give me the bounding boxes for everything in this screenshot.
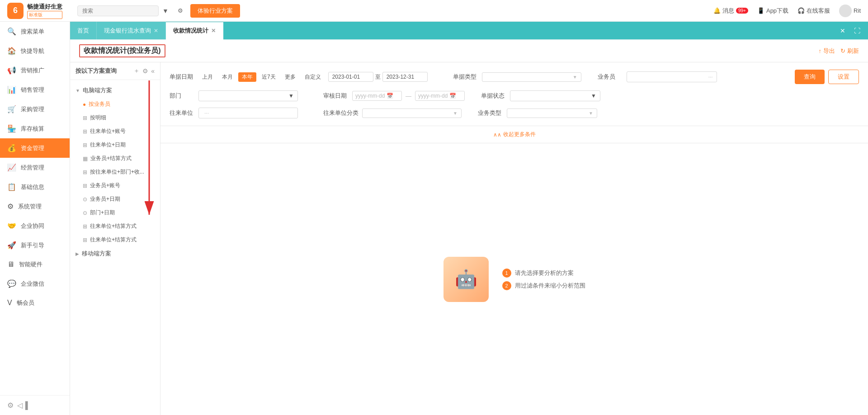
scheme-item-1[interactable]: ⊞ 按明细 [77,111,158,124]
header-settings-icon[interactable]: ⚙ [178,7,183,14]
collapse-left-panel-button[interactable]: « [151,67,155,75]
tab-bank-flow-label: 现金银行流水查询 [104,27,151,35]
query-button[interactable]: 查询 [795,70,825,84]
header-search-input[interactable] [77,5,159,16]
sidebar-item-enterprise[interactable]: 🤝 企业协同 [0,216,70,236]
user-item[interactable]: Rit [839,5,861,17]
date-tab-more[interactable]: 更多 [281,72,299,82]
smart-hardware-icon: 🖥 [7,260,14,269]
wechat-icon: 💬 [7,279,16,288]
tab-bank-flow[interactable]: 现金银行流水查询 ✕ [97,22,166,40]
basic-info-icon: 📋 [7,183,16,191]
sidebar-label-smart-hardware: 智能硬件 [19,260,42,269]
search-dropdown-icon[interactable]: ▼ [162,7,169,14]
dept-arrow-icon: ▼ [288,93,294,99]
sidebar-item-sales[interactable]: 📊 销售管理 [0,80,70,99]
refresh-button[interactable]: ↻ 刷新 [840,47,859,55]
sidebar-label-marketing: 营销推广 [21,66,44,75]
scheme-item-10[interactable]: ⊞ 往来单位+结算方式 [77,233,158,246]
scheme-item-label-6: 业务员+账号 [90,182,120,189]
enterprise-icon: 🤝 [7,222,16,230]
date-tab-this-month[interactable]: 本月 [218,72,236,82]
audit-date-range: yyyy-mm-dd 📅 — yyyy-mm-dd 📅 [352,91,465,101]
scheme-item-9[interactable]: ⊞ 往来单位+结算方式 [77,220,158,233]
date-end-input[interactable] [382,72,428,82]
scheme-group-desktop-header[interactable]: ▼ 电脑端方案 [70,84,160,97]
scheme-item-label-1: 按明细 [90,114,106,122]
sidebar-item-operations[interactable]: 📈 经营管理 [0,158,70,177]
settings-button[interactable]: 设置 [828,70,859,84]
sidebar-item-warehouse[interactable]: 🏪 库存核算 [0,119,70,138]
scheme-item-4[interactable]: ▦ 业务员+结算方式 [77,152,158,165]
export-button[interactable]: ↑ 导出 [819,47,835,55]
partner-input[interactable]: ··· [198,108,298,118]
tab-payment-stats[interactable]: 收款情况统计 ✕ [166,22,223,40]
trial-button[interactable]: 体验行业方案 [190,4,240,18]
mobile-group-arrow-icon: ▶ [75,251,79,256]
tab-home[interactable]: 首页 [70,22,97,40]
tab-payment-stats-close-icon[interactable]: ✕ [211,28,216,34]
salesperson-label: 业务员 [598,73,623,81]
headset-icon: 🎧 [797,7,805,14]
scheme-item-label-0: 按业务员 [89,100,110,108]
date-tab-this-year[interactable]: 本年 [238,72,256,82]
partner-category-select[interactable]: ▼ [362,108,462,118]
sidebar-item-search-menu[interactable]: 🔍 搜索菜单 [0,22,70,41]
collapse-sidebar-icon[interactable]: ◁▐ [17,401,28,410]
scheme-list-desktop: ● 按业务员 ⊞ 按明细 ⊞ 往来单位+账号 [70,98,160,246]
sidebar-item-wechat[interactable]: 💬 企业微信 [0,274,70,293]
messages-item[interactable]: 🔔 消息 99+ [713,7,748,15]
operations-icon: 📈 [7,163,16,172]
biz-type-select[interactable]: ▼ [507,108,597,118]
tab-close-all-icon[interactable]: ✕ [837,25,848,36]
scheme-item-6[interactable]: ⊞ 业务员+账号 [77,179,158,192]
scheme-item-5[interactable]: ⊞ 按往来单位+部门+收... [77,165,158,179]
scheme-item-8[interactable]: ⊙ 部门+日期 [77,206,158,219]
scheme-icon-2: ⊞ [83,128,87,135]
dept-select[interactable]: ▼ [198,90,298,101]
salesperson-select[interactable]: ··· [627,71,717,82]
scheme-group-mobile-header[interactable]: ▶ 移动端方案 [70,247,160,260]
sales-icon: 📊 [7,85,16,94]
partner-more-icon[interactable]: ··· [204,110,209,116]
online-service-item[interactable]: 🎧 在线客服 [797,7,830,15]
app-download-item[interactable]: 📱 App下载 [757,7,788,15]
settings-bottom-icon[interactable]: ⚙ [7,401,14,410]
date-tab-last-7[interactable]: 近7天 [258,72,279,82]
add-scheme-button[interactable]: ＋ [133,67,140,75]
sidebar-item-marketing[interactable]: 📢 营销推广 [0,61,70,80]
tab-bank-flow-close-icon[interactable]: ✕ [154,28,158,34]
sidebar-item-smart-hardware[interactable]: 🖥 智能硬件 [0,255,70,274]
tab-maximize-icon[interactable]: ⛶ [852,25,863,36]
scheme-settings-button[interactable]: ⚙ [142,67,148,75]
sidebar-item-quick-nav[interactable]: 🏠 快捷导航 [0,41,70,61]
sidebar-item-vip[interactable]: V 畅会员 [0,293,70,312]
audit-start-input[interactable]: yyyy-mm-dd 📅 [352,91,402,101]
scheme-item-7[interactable]: ⊙ 业务员+日期 [77,193,158,206]
scheme-group-mobile: ▶ 移动端方案 [70,247,160,260]
date-tab-last-month[interactable]: 上月 [198,72,217,82]
salesperson-more-icon[interactable]: ··· [708,74,713,80]
sidebar-item-system[interactable]: ⚙ 系统管理 [0,197,70,216]
sidebar-item-purchase[interactable]: 🛒 采购管理 [0,99,70,119]
sidebar-label-finance: 资金管理 [21,144,44,152]
audit-end-input[interactable]: yyyy-mm-dd 📅 [415,91,465,101]
sidebar-item-basic-info[interactable]: 📋 基础信息 [0,177,70,197]
form-row-3: 往来单位 ··· 往来单位分类 ▼ [170,108,859,118]
scheme-tree: ▼ 电脑端方案 ● 按业务员 ⊞ 按明细 [70,80,160,415]
empty-robot-icon: 🤖 [443,257,489,302]
date-start-input[interactable] [328,72,373,82]
sidebar-item-beginner[interactable]: 🚀 新手引导 [0,236,70,255]
doc-status-select[interactable]: ▼ [510,90,600,101]
scheme-item-3[interactable]: ⊞ 往来单位+日期 [77,138,158,151]
collapse-conditions-button[interactable]: ∧∧ 收起更多条件 [160,126,868,143]
quick-nav-icon: 🏠 [7,47,16,55]
sidebar-item-finance[interactable]: 💰 资金管理 [0,138,70,158]
partner-category-label: 往来单位分类 [323,109,359,117]
scheme-icon-7: ⊙ [83,196,87,203]
scheme-item-2[interactable]: ⊞ 往来单位+账号 [77,125,158,138]
scheme-item-0[interactable]: ● 按业务员 [77,98,158,111]
doc-status-field: 单据状态 ▼ [481,90,600,101]
date-tab-custom[interactable]: 自定义 [301,72,325,82]
doc-type-select[interactable]: ▼ [482,72,581,82]
